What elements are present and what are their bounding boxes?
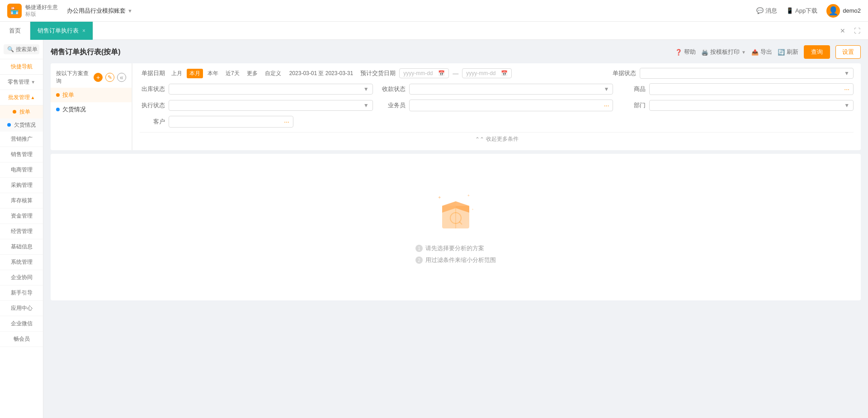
sidebar-item-apps[interactable]: 应用中心 <box>0 301 43 316</box>
sidebar-item-purchase[interactable]: 采购管理 <box>0 178 43 193</box>
doc-status-select[interactable]: ▼ <box>640 68 854 79</box>
search-input[interactable] <box>16 46 41 52</box>
filter-group-out-status: 出库状态 ▼ <box>140 84 373 95</box>
exec-status-select[interactable]: ▼ <box>169 100 373 111</box>
page-dropdown[interactable]: 办公用品行业模拟账套 ▼ <box>67 7 747 15</box>
sidebar-item-wholesale[interactable]: 批发管理 ▲ <box>0 90 43 105</box>
sidebar-item-enterprise[interactable]: 企业协同 <box>0 270 43 285</box>
plan-collapse-btn[interactable]: « <box>117 73 126 82</box>
date-shortcut-this-year[interactable]: 本年 <box>205 69 221 78</box>
date-range-display: 2023-03-01 至 2023-03-31 <box>289 70 353 77</box>
date-shortcut-this-month[interactable]: 本月 <box>187 69 203 78</box>
date-shortcuts: 上月 本月 本年 近7天 更多 自定义 <box>169 69 284 78</box>
sidebar-search-box[interactable]: 🔍 <box>4 44 39 54</box>
salesman-dots-btn[interactable]: ··· <box>604 102 609 109</box>
calendar-icon-1: 📅 <box>438 70 445 76</box>
help-btn[interactable]: ❓ 帮助 <box>675 48 696 56</box>
settings-btn[interactable]: 设置 <box>835 45 861 59</box>
plan-panel: 按以下方案查询 + ✎ « 按单 欠货情况 <box>51 63 132 150</box>
content-area: 销售订单执行表(按单) ❓ 帮助 🖨️ 按模板打印 ▼ 📤 导出 <box>43 40 868 418</box>
sidebar-item-guide[interactable]: 新手引导 <box>0 285 43 301</box>
filter-group-expected-date: 预计交货日期 yyyy-mm-dd 📅 — yyyy-mm-dd 📅 <box>360 68 603 78</box>
sidebar-item-inventory[interactable]: 库存核算 <box>0 193 43 209</box>
customer-dots-btn[interactable]: ··· <box>284 118 289 125</box>
date-shortcut-7days[interactable]: 近7天 <box>223 69 242 78</box>
plan-item-icon-orange <box>56 93 60 97</box>
refresh-btn[interactable]: 🔄 刷新 <box>778 48 798 56</box>
salesman-label: 业务员 <box>380 101 406 109</box>
customer-input[interactable]: ··· <box>169 116 293 128</box>
plan-edit-btn[interactable]: ✎ <box>105 73 114 82</box>
refresh-icon: 🔄 <box>778 49 785 56</box>
plan-add-btn[interactable]: + <box>94 73 103 82</box>
filter-container: 按以下方案查询 + ✎ « 按单 欠货情况 <box>51 63 861 150</box>
sidebar-item-quick-nav[interactable]: 快捷导航 <box>0 59 43 75</box>
tab-close-icon[interactable]: × <box>82 28 85 34</box>
query-btn[interactable]: 查询 <box>804 45 830 59</box>
app-download-btn[interactable]: 📱 App下载 <box>786 7 817 15</box>
page-actions: ❓ 帮助 🖨️ 按模板打印 ▼ 📤 导出 🔄 刷新 <box>675 45 861 59</box>
app-icon: 📱 <box>786 7 793 14</box>
sidebar-item-basic[interactable]: 基础信息 <box>0 239 43 255</box>
empty-tip-2: 2 用过滤条件来缩小分析范围 <box>415 256 496 264</box>
tab-maximize-btn[interactable]: ⛶ <box>852 25 863 36</box>
salesman-input[interactable]: ··· <box>409 100 613 111</box>
sidebar-sub-item-按单[interactable]: 按单 <box>0 105 43 119</box>
page-title-bar: 销售订单执行表(按单) ❓ 帮助 🖨️ 按模板打印 ▼ 📤 导出 <box>51 45 861 59</box>
plan-header-actions: + ✎ « <box>94 73 126 82</box>
tip-num-2: 2 <box>415 256 423 264</box>
dept-label: 部门 <box>620 101 646 109</box>
sidebar-item-marketing[interactable]: 营销推广 <box>0 132 43 147</box>
dept-select[interactable]: ▼ <box>649 100 854 111</box>
print-icon: 🖨️ <box>701 49 708 56</box>
plan-item-按单[interactable]: 按单 <box>51 88 132 102</box>
sidebar-item-wechat[interactable]: 企业微信 <box>0 316 43 332</box>
filter-group-customer: 客户 ··· <box>140 116 293 128</box>
sidebar-item-operation[interactable]: 经营管理 <box>0 224 43 239</box>
goods-input[interactable]: ··· <box>649 83 854 95</box>
date-shortcut-custom[interactable]: 自定义 <box>262 69 284 78</box>
chevron-down-icon: ▼ <box>844 70 849 76</box>
tab-active[interactable]: 销售订单执行表 × <box>30 22 93 40</box>
sidebar-item-retail[interactable]: 零售管理 ▼ <box>0 75 43 90</box>
sidebar-search-area: 🔍 <box>0 40 43 59</box>
export-btn[interactable]: 📤 导出 <box>751 48 772 56</box>
msg-btn[interactable]: 💬 消息 <box>756 7 777 15</box>
out-status-select[interactable]: ▼ <box>169 84 373 95</box>
filter-row-4: 客户 ··· <box>140 116 854 128</box>
header-right: 💬 消息 📱 App下载 👤 demo2 <box>756 4 861 18</box>
filter-group-salesman: 业务员 ··· <box>380 100 613 111</box>
filter-row-1: 单据日期 上月 本月 本年 近7天 更多 自定义 2023-03-01 <box>140 68 854 79</box>
status-label: 单据状态 <box>611 69 636 77</box>
date-shortcut-more[interactable]: 更多 <box>244 69 260 78</box>
filter-row-3: 执行状态 ▼ 业务员 ··· <box>140 100 854 111</box>
expected-date-label: 预计交货日期 <box>360 69 396 77</box>
expected-date-from-input[interactable]: yyyy-mm-dd 📅 <box>399 68 449 78</box>
empty-tip-1: 1 请先选择要分析的方案 <box>415 244 496 252</box>
goods-dots-btn[interactable]: ··· <box>844 86 849 93</box>
sidebar-item-ecommerce[interactable]: 电商管理 <box>0 162 43 178</box>
date-shortcut-last-month[interactable]: 上月 <box>169 69 185 78</box>
msg-icon: 💬 <box>756 7 764 14</box>
collapse-filter-btn[interactable]: ⌃⌃ 收起更多条件 <box>140 132 854 146</box>
recv-status-select[interactable]: ▼ <box>409 84 613 95</box>
page-title: 销售订单执行表(按单) <box>51 48 121 57</box>
print-btn[interactable]: 🖨️ 按模板打印 ▼ <box>701 48 746 56</box>
sidebar-item-system[interactable]: 系统管理 <box>0 255 43 270</box>
data-table-area: ✦ ✦ ✦ 1 请先选择要分析的方案 2 <box>51 154 861 300</box>
date-dash: — <box>453 70 458 77</box>
plan-item-欠货情况[interactable]: 欠货情况 <box>51 102 132 117</box>
empty-state: ✦ ✦ ✦ 1 请先选择要分析的方案 2 <box>51 154 861 300</box>
tab-actions: ✕ ⛶ <box>837 25 868 36</box>
sidebar-sub-item-欠货情况[interactable]: 欠货情况 <box>0 119 43 132</box>
tab-home[interactable]: 首页 <box>0 22 30 40</box>
tab-close-window-btn[interactable]: ✕ <box>837 25 848 36</box>
svg-text:✦: ✦ <box>467 194 470 198</box>
sidebar-item-member[interactable]: 畅会员 <box>0 332 43 347</box>
avatar: 👤 <box>826 4 840 18</box>
sidebar-item-sales[interactable]: 销售管理 <box>0 147 43 162</box>
sidebar-item-finance[interactable]: 资金管理 <box>0 209 43 224</box>
user-avatar-area[interactable]: 👤 demo2 <box>826 4 861 18</box>
expected-date-to-input[interactable]: yyyy-mm-dd 📅 <box>462 68 512 78</box>
logo-icon: 🏪 <box>7 4 22 18</box>
